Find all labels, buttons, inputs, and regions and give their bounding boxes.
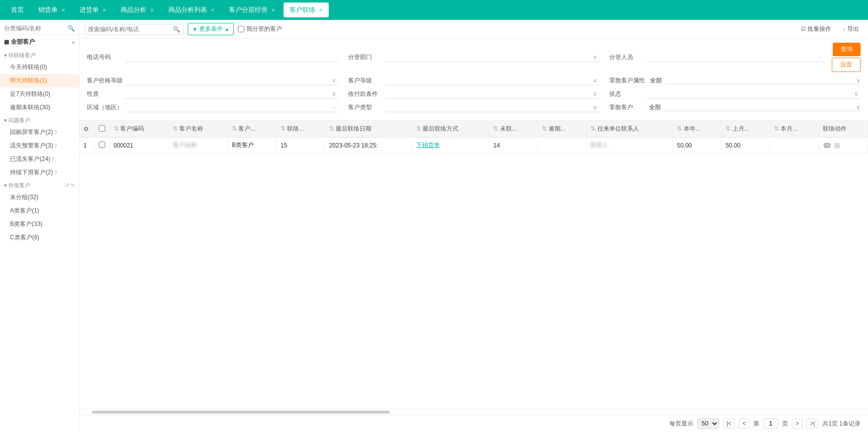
sidebar-item-overdue[interactable]: 逾期未联络(30) [0, 101, 79, 114]
more-dots-icon[interactable]: ··· [331, 104, 336, 111]
col-this-month: ⇅ 本月... [770, 121, 819, 138]
my-customers-checkbox[interactable] [238, 26, 244, 32]
first-page-btn[interactable]: |< [723, 419, 735, 429]
settings-icon[interactable]: ⚙ [83, 126, 89, 133]
payment-select[interactable]: ∨ [386, 89, 599, 99]
row-unlinked: 14 [489, 138, 538, 153]
sidebar-item-today[interactable]: 今天待联络(0) [0, 61, 79, 74]
sort-icon12[interactable]: ⇅ [774, 125, 779, 132]
sort-icon7[interactable]: ⇅ [493, 125, 498, 132]
nav-goods-analysis[interactable]: 商品分析 ✕ [115, 2, 160, 17]
sort-icon[interactable]: ⇅ [114, 125, 119, 132]
last-page-btn[interactable]: >| [806, 419, 818, 429]
sidebar-item-churn-warning[interactable]: 流失预警客户(3) ? [0, 139, 79, 152]
nav-sales[interactable]: 销货单 ✕ [32, 2, 71, 17]
col-actions: 联络动作 [818, 121, 868, 138]
nav-customer-contact[interactable]: 客户联络 ✕ [284, 2, 329, 17]
sidebar-item-7days[interactable]: 近7天待联络(0) [0, 87, 79, 101]
sort-icon9[interactable]: ⇅ [590, 125, 595, 132]
sort-icon10[interactable]: ⇅ [677, 125, 682, 132]
phone-action-icon[interactable]: ☎ [823, 142, 831, 149]
edit-icon[interactable]: ✎ [71, 182, 75, 189]
gender-select[interactable]: ∨ [125, 89, 338, 99]
row-code: 000021 [109, 138, 168, 153]
sort-icon3[interactable]: ⇅ [232, 125, 237, 132]
info-icon3: ? [51, 156, 54, 162]
sidebar-collapse-icon[interactable]: « [72, 39, 75, 45]
sidebar-search-icon[interactable]: 🔍 [68, 25, 75, 32]
sidebar-item-c-class[interactable]: C类客户(6) [0, 231, 79, 244]
sort-icon5[interactable]: ⇅ [329, 125, 334, 132]
col-overdue: ⇅ 逾期... [538, 121, 586, 138]
close-goods-analysis-icon[interactable]: ✕ [150, 7, 154, 13]
customer-level-select[interactable]: ∨ [386, 76, 599, 85]
horizontal-scroll[interactable] [79, 409, 868, 415]
customer-price-select[interactable]: ∨ [126, 76, 338, 85]
sort-icon4[interactable]: ⇅ [281, 125, 286, 132]
close-customer-contact-icon[interactable]: ✕ [319, 7, 323, 13]
close-customer-tier-icon[interactable]: ✕ [271, 7, 275, 13]
more-conditions-btn[interactable]: ▼ 更多条件 ▲ [188, 23, 234, 35]
contact-method-link[interactable]: 下销货单 [416, 142, 440, 148]
row-this-month [770, 138, 819, 153]
select-all-checkbox[interactable] [99, 125, 105, 132]
col-settings[interactable]: ⚙ [79, 121, 94, 138]
nav-goods-analysis-list[interactable]: 商品分析列表 ✕ [162, 2, 220, 17]
filter-dept: 分管部门 ∨ [348, 43, 599, 72]
sidebar-search-input[interactable] [4, 25, 68, 32]
customer-type-select[interactable]: ∨ [386, 103, 599, 112]
status-select[interactable]: ∨ [647, 89, 861, 99]
search-input[interactable] [88, 26, 173, 33]
export-btn[interactable]: ↑ 导出 [839, 23, 864, 35]
prev-page-btn[interactable]: < [739, 419, 749, 429]
per-page-select[interactable]: 50 [697, 418, 719, 429]
row-last-month: 50.00 [722, 138, 770, 153]
filter-status: 状态 ∨ [609, 89, 861, 99]
close-goods-list-icon[interactable]: ✕ [211, 7, 215, 13]
refresh-icon[interactable]: ↺ [65, 182, 69, 189]
sidebar-item-churned[interactable]: 已流失客户(24) ? [0, 152, 79, 166]
sort-icon2[interactable]: ⇅ [173, 125, 178, 132]
batch-action-btn[interactable]: ☑ 批量操作 [797, 23, 835, 35]
query-btn[interactable]: 查询 [833, 43, 861, 56]
phone-input[interactable] [125, 53, 338, 62]
col-last-contact-method: ⇅ 最后联络方式 [412, 121, 489, 138]
checkbox-icon: ☑ [801, 26, 806, 32]
sidebar-item-a-class[interactable]: A类客户(1) [0, 204, 79, 217]
chevron-down-icon5: ∨ [332, 90, 336, 97]
row-checkbox [94, 138, 109, 153]
search-icon[interactable]: 🔍 [173, 26, 180, 33]
col-customer-type: ⇅ 客户... [227, 121, 276, 138]
nav-customer-tier[interactable]: 客户分层经营 ✕ [223, 2, 281, 17]
sort-icon11[interactable]: ⇅ [725, 125, 730, 132]
sidebar-item-tomorrow[interactable]: 明天待联络(1) [0, 74, 79, 87]
advanced-filter-panel: 电话号码 分管部门 ∨ 分管人员 ··· 查询 设置 [79, 39, 868, 121]
grid-action-icon[interactable]: ⊞ [834, 142, 840, 149]
sidebar-item-declining[interactable]: 持续下滑客户(2) ? [0, 166, 79, 179]
sidebar-item-repurchase[interactable]: 回购异常客户(2) ? [0, 126, 79, 139]
dept-select[interactable]: ∨ [386, 53, 599, 62]
top-nav: 首页 销货单 ✕ 进货单 ✕ 商品分析 ✕ 商品分析列表 ✕ 客户分层经营 ✕ … [0, 0, 868, 20]
col-customer-name: ⇅ 客户名称 [168, 121, 227, 138]
close-sales-icon[interactable]: ✕ [61, 7, 65, 13]
chevron-down-icon9: ∨ [856, 104, 861, 111]
filter-gender: 性质 ∨ [87, 89, 338, 99]
nav-purchase[interactable]: 进货单 ✕ [73, 2, 112, 17]
page-input[interactable] [763, 419, 778, 429]
settings-btn[interactable]: 设置 [832, 58, 861, 72]
col-checkbox [94, 121, 109, 138]
sort-icon8[interactable]: ⇅ [542, 125, 547, 132]
sidebar-all-customers[interactable]: ▦ 全部客户 « [0, 35, 79, 49]
filter-bar: 🔍 ▼ 更多条件 ▲ 我分管的客户 ☑ 批量操作 ↑ 导出 [79, 20, 868, 39]
sort-icon6[interactable]: ⇅ [416, 125, 421, 132]
more-icon[interactable]: ··· [817, 54, 822, 61]
close-purchase-icon[interactable]: ✕ [102, 7, 106, 13]
next-page-btn[interactable]: > [792, 419, 802, 429]
col-contact-count: ⇅ 联络... [276, 121, 325, 138]
scroll-thumb[interactable] [92, 411, 390, 414]
table-row: 1 000021 客户名称 B类客户 15 2023-05-23 18:25: … [79, 138, 868, 153]
row-select-checkbox[interactable] [99, 142, 105, 148]
sidebar-item-b-class[interactable]: B类客户(33) [0, 217, 79, 231]
sidebar-item-ungrouped[interactable]: 未分组(32) [0, 191, 79, 204]
nav-home[interactable]: 首页 [5, 2, 30, 17]
